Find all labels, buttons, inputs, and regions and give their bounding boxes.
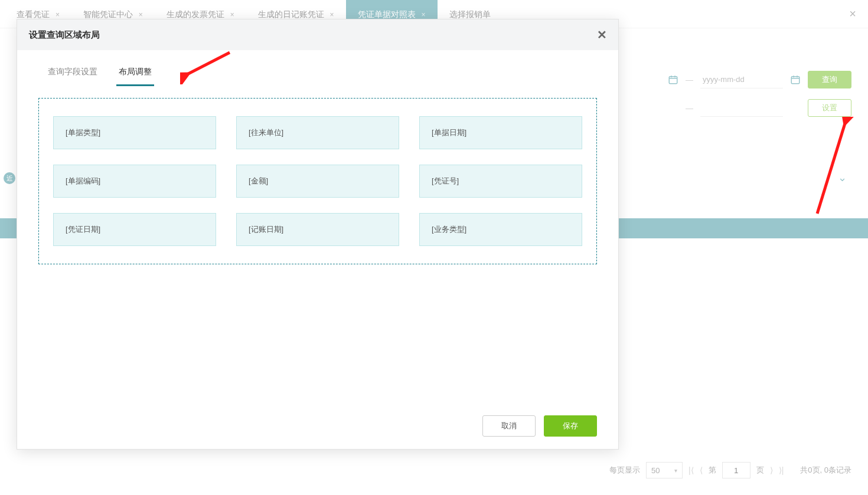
field-item[interactable]: [记账日期] [236,213,399,246]
field-drop-area[interactable]: [单据类型] [往来单位] [单据日期] [单据编码] [金额] [凭证号] [… [38,98,597,264]
field-item[interactable]: [业务类型] [419,213,582,246]
dialog-title: 设置查询区域布局 [29,29,100,41]
save-button[interactable]: 保存 [544,415,597,437]
field-item[interactable]: [单据日期] [419,116,582,149]
field-item[interactable]: [凭证日期] [53,213,216,246]
dialog-footer: 取消 保存 [17,403,618,449]
field-item[interactable]: [单据类型] [53,116,216,149]
sub-tab-layout[interactable]: 布局调整 [116,62,154,86]
layout-settings-dialog: 设置查询区域布局 ✕ 查询字段设置 布局调整 [单据类型] [往来单位] [单据… [17,19,619,450]
field-item[interactable]: [单据编码] [53,165,216,198]
cancel-button[interactable]: 取消 [482,415,536,437]
dialog-header: 设置查询区域布局 ✕ [17,19,618,50]
field-item[interactable]: [往来单位] [236,116,399,149]
dialog-close-button[interactable]: ✕ [593,27,610,43]
dialog-sub-tabs: 查询字段设置 布局调整 [45,62,597,86]
sub-tab-fields[interactable]: 查询字段设置 [45,62,100,86]
field-item[interactable]: [凭证号] [419,165,582,198]
field-item[interactable]: [金额] [236,165,399,198]
dialog-body: 查询字段设置 布局调整 [单据类型] [往来单位] [单据日期] [单据编码] … [17,50,618,403]
